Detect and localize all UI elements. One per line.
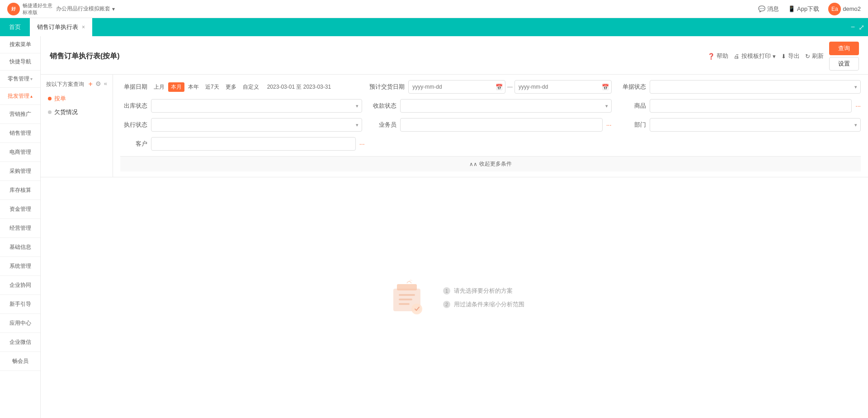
sidebar-item-basic-info[interactable]: 基础信息 [0, 238, 40, 257]
sidebar-item-newbie[interactable]: 新手引导 [0, 295, 40, 314]
expected-date-end: 📅 [514, 80, 612, 94]
logo-icon: 好 [7, 3, 20, 15]
app-download-action[interactable]: 📱 App下载 [788, 5, 819, 13]
filter-row-1: 单据日期 上月 本月 本年 近7天 更多 自定义 2023-03-01 至 20… [120, 80, 861, 94]
message-action[interactable]: 💬 消息 [758, 5, 779, 13]
sidebar-item-appstore[interactable]: 应用中心 [0, 314, 40, 333]
date-tab-custom[interactable]: 自定义 [240, 82, 262, 92]
doc-status-label: 单据状态 [619, 83, 646, 91]
add-scheme-icon[interactable]: + [88, 80, 92, 88]
sidebar-item-ecommerce[interactable]: 电商管理 [0, 143, 40, 162]
filter-panel: 按以下方案查询 + ⚙ « 按单 欠货情况 [41, 75, 868, 177]
sidebar-item-system[interactable]: 系统管理 [0, 257, 40, 276]
filter-date: 单据日期 上月 本月 本年 近7天 更多 自定义 2023-03-01 至 20… [120, 82, 362, 92]
sidebar: 搜索菜单 快捷导航 零售管理 ▾ 批发管理 ▴ 营销推广 销售管理 电商管理 采… [0, 36, 41, 418]
top-header: 好 畅捷通好生意 标准版 办公用品行业模拟账套 ▾ 💬 消息 📱 App下载 E… [0, 0, 868, 18]
expected-date-start-input[interactable] [408, 80, 505, 94]
receipt-status-label: 收款状态 [369, 102, 396, 110]
date-tab-current-year[interactable]: 本年 [185, 82, 202, 92]
date-separator: — [507, 84, 513, 90]
settings-button[interactable]: 设置 [829, 57, 859, 71]
salesman-more-icon[interactable]: ··· [606, 121, 612, 128]
tip-1-text: 请先选择要分析的方案 [454, 287, 513, 295]
breadcrumb[interactable]: 办公用品行业模拟账套 ▾ [56, 5, 115, 13]
sidebar-item-operations[interactable]: 经营管理 [0, 219, 40, 238]
sidebar-item-enterprise[interactable]: 企业协同 [0, 276, 40, 295]
sidebar-item-purchase[interactable]: 采购管理 [0, 162, 40, 181]
tip-2-text: 用过滤条件来缩小分析范围 [454, 300, 524, 309]
template-print-action[interactable]: 🖨 按模板打印 ▾ [734, 52, 776, 60]
page-title: 销售订单执行表(按单) [50, 52, 120, 61]
sidebar-item-retail[interactable]: 零售管理 ▾ [0, 71, 40, 88]
filter-sidebar-icons: + ⚙ « [88, 80, 107, 88]
page-header: 销售订单执行表(按单) ❓ 帮助 🖨 按模板打印 ▾ ⬇ 导出 ↻ 刷新 [41, 36, 868, 75]
collapse-filter-button[interactable]: ∧∧ 收起更多条件 [120, 156, 861, 171]
refresh-action[interactable]: ↻ 刷新 [805, 52, 824, 60]
sidebar-quick-nav[interactable]: 快捷导航 [0, 53, 40, 71]
sidebar-item-finance[interactable]: 资金管理 [0, 200, 40, 219]
tab-close-icon[interactable]: × [82, 24, 85, 30]
tip-1-number: 1 [443, 287, 450, 294]
sidebar-item-member[interactable]: 畅会员 [0, 352, 40, 371]
filter-sidebar-header: 按以下方案查询 + ⚙ « [41, 80, 113, 92]
app-download-icon: 📱 [788, 5, 795, 12]
filter-expected-date: 预计交货日期 📅 — 📅 [369, 80, 611, 94]
expected-date-end-input[interactable] [514, 80, 612, 94]
customer-label: 客户 [120, 140, 147, 148]
out-status-select[interactable] [151, 99, 362, 113]
expected-date-start: 📅 [408, 80, 505, 94]
salesman-input[interactable] [400, 118, 603, 132]
customer-input[interactable] [151, 137, 356, 151]
sidebar-item-marketing[interactable]: 营销推广 [0, 105, 40, 124]
sidebar-search-menu[interactable]: 搜索菜单 [0, 36, 40, 53]
tab-home[interactable]: 首页 [0, 18, 30, 36]
main-layout: 搜索菜单 快捷导航 零售管理 ▾ 批发管理 ▴ 营销推广 销售管理 电商管理 采… [0, 36, 868, 418]
scheme-backorder[interactable]: 欠货情况 [41, 105, 113, 119]
receipt-status-select[interactable] [400, 99, 611, 113]
date-tab-current-month[interactable]: 本月 [168, 82, 184, 92]
filter-out-status: 出库状态 [120, 99, 362, 113]
date-label: 单据日期 [120, 83, 147, 91]
header-right: 💬 消息 📱 App下载 Ea demo2 [758, 3, 861, 15]
sidebar-item-wholesale[interactable]: 批发管理 ▴ [0, 88, 40, 105]
date-tab-more[interactable]: 更多 [223, 82, 239, 92]
exec-status-select[interactable] [151, 118, 362, 132]
salesman-label: 业务员 [369, 121, 396, 129]
dropdown-arrow-icon: ▾ [773, 53, 776, 60]
export-icon: ⬇ [781, 53, 786, 60]
filter-customer: 客户 ··· [120, 137, 365, 151]
goods-input[interactable] [650, 99, 852, 113]
date-tab-7days[interactable]: 近7天 [203, 82, 222, 92]
avatar: Ea [828, 3, 841, 15]
user-profile[interactable]: Ea demo2 [828, 3, 861, 15]
filter-row-3: 执行状态 业务员 ··· 部门 [120, 118, 861, 132]
empty-tip-1: 1 请先选择要分析的方案 [443, 287, 524, 295]
empty-content: 1 请先选择要分析的方案 2 用过滤条件来缩小分析范围 [384, 275, 524, 320]
dept-label: 部门 [619, 121, 646, 129]
tab-maximize-icon[interactable]: ⤢ [859, 23, 864, 32]
scheme-by-order[interactable]: 按单 [41, 92, 113, 105]
tab-bar: 首页 销售订单执行表 × − ⤢ [0, 18, 868, 36]
tab-sales-order[interactable]: 销售订单执行表 × [30, 18, 92, 36]
sidebar-item-sales[interactable]: 销售管理 [0, 124, 40, 143]
goods-more-icon[interactable]: ··· [855, 102, 861, 109]
dept-select[interactable] [650, 118, 861, 132]
filter-row-4: 客户 ··· [120, 137, 861, 151]
out-status-select-wrap [151, 99, 362, 113]
export-action[interactable]: ⬇ 导出 [781, 52, 800, 60]
filter-dept: 部门 [619, 118, 861, 132]
doc-status-select[interactable] [650, 80, 861, 94]
date-tab-last-month[interactable]: 上月 [151, 82, 167, 92]
filter-salesman: 业务员 ··· [369, 118, 611, 132]
sidebar-item-enterprise-wechat[interactable]: 企业微信 [0, 333, 40, 352]
doc-status-select-wrap [650, 80, 861, 94]
help-action[interactable]: ❓ 帮助 [708, 52, 728, 60]
tab-minimize-icon[interactable]: − [851, 23, 855, 31]
collapse-sidebar-icon[interactable]: « [104, 80, 107, 88]
breadcrumb-dropdown-icon[interactable]: ▾ [112, 6, 115, 12]
customer-more-icon[interactable]: ··· [359, 140, 365, 147]
settings-scheme-icon[interactable]: ⚙ [95, 80, 101, 88]
query-button[interactable]: 查询 [829, 42, 859, 55]
filter-main: 单据日期 上月 本月 本年 近7天 更多 自定义 2023-03-01 至 20… [113, 75, 868, 177]
sidebar-item-inventory[interactable]: 库存核算 [0, 181, 40, 200]
